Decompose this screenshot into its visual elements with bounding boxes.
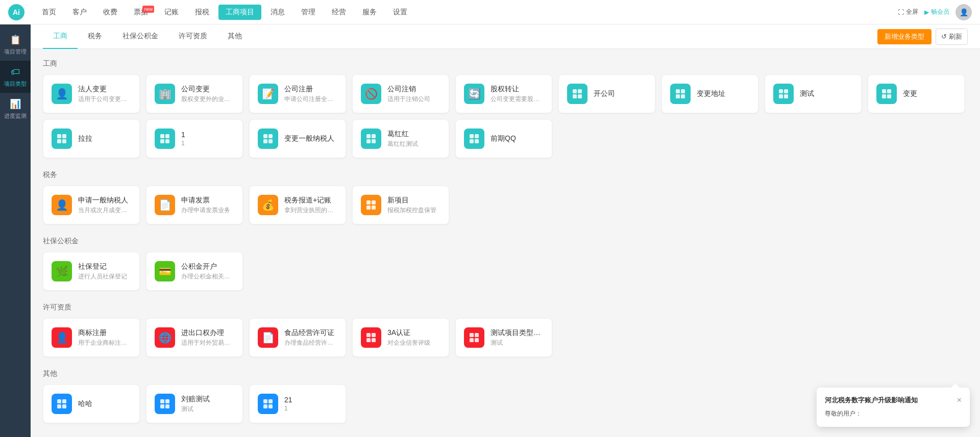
card-gehonghong[interactable]: 葛红红葛红红测试 <box>352 119 449 158</box>
svg-rect-58 <box>263 404 267 408</box>
card-title-fund-open: 公积金开户 <box>181 262 234 271</box>
card-info-equity-transfer: 股权转让公司变更需要股权转让 <box>491 85 544 104</box>
card-desc-equity-transfer: 公司变更需要股权转让 <box>491 95 544 104</box>
card-trademark[interactable]: 👤商标注册用于企业商标注册服务 <box>43 318 140 357</box>
svg-rect-56 <box>263 399 267 403</box>
svg-rect-33 <box>475 134 479 138</box>
card-food-license[interactable]: 📄食品经营许可证办理食品经营许可证 <box>249 318 346 357</box>
nav-item-account[interactable]: 记账 <box>157 5 186 20</box>
svg-rect-16 <box>57 134 61 138</box>
card-lala[interactable]: 拉拉 <box>43 119 140 158</box>
svg-rect-14 <box>882 94 886 98</box>
card-icon-test <box>773 84 794 104</box>
card-desc-fund-open: 办理公积金相关业务 <box>181 272 234 281</box>
svg-rect-26 <box>263 139 267 143</box>
section-social: 社保公积金🌿社保登记进行人员社保登记💳公积金开户办理公积金相关业务 <box>43 237 968 291</box>
member-button[interactable]: ▶ 畅会员 <box>924 8 949 16</box>
card-title-liupei-test: 刘赔测试 <box>181 395 234 404</box>
sidebar-item-progress-monitor[interactable]: 📊 进度监测 <box>0 93 31 125</box>
top-navigation: Ai 首页客户收费票据new记账报税工商项目消息管理经营服务设置 ⛶ 全屏 ▶ … <box>0 0 980 24</box>
nav-item-service[interactable]: 服务 <box>355 5 384 20</box>
card-company-register[interactable]: 📝公司注册申请公司注册全流程 <box>249 74 346 113</box>
svg-rect-54 <box>160 404 164 408</box>
card-social-register[interactable]: 🌿社保登记进行人员社保登记 <box>43 252 140 291</box>
svg-rect-31 <box>372 139 376 143</box>
cards-grid-industry: 👤法人变更适用于公司变更法人🏢公司变更股权变更外的业务变更📝公司注册申请公司注册… <box>43 74 968 158</box>
card-info-apply-taxpayer: 申请一般纳税人当月或次月成变更完成 <box>78 196 131 215</box>
card-apply-taxpayer[interactable]: 👤申请一般纳税人当月或次月成变更完成 <box>43 186 140 224</box>
svg-rect-17 <box>62 134 66 138</box>
svg-rect-43 <box>372 338 376 342</box>
card-equity-transfer[interactable]: 🔄股权转让公司变更需要股权转让 <box>455 74 552 113</box>
nav-item-message[interactable]: 消息 <box>263 5 292 20</box>
card-import-export[interactable]: 🌐进出口权办理适用于对外贸易经营者 <box>146 318 243 357</box>
svg-rect-5 <box>681 89 685 93</box>
sidebar-item-label: 进度监测 <box>4 112 27 120</box>
sub-tab-tax[interactable]: 税务 <box>78 24 112 49</box>
svg-rect-47 <box>475 338 479 342</box>
card-liupei-test[interactable]: 刘赔测试测试 <box>146 384 243 423</box>
card-desc-social-register: 进行人员社保登记 <box>78 272 131 281</box>
sub-tab-social[interactable]: 社保公积金 <box>112 24 168 49</box>
card-change-taxpayer[interactable]: 变更一般纳税人 <box>249 119 346 158</box>
sidebar-item-project-type[interactable]: 🏷 项目类型 <box>0 61 31 93</box>
nav-item-client[interactable]: 客户 <box>65 5 94 20</box>
card-desc-legal-change: 适用于公司变更法人 <box>78 95 131 104</box>
new-type-button[interactable]: 新增业务类型 <box>877 29 932 44</box>
sub-tab-other[interactable]: 其他 <box>217 24 252 49</box>
card-twenty-one[interactable]: 211 <box>249 384 346 423</box>
card-test-type[interactable]: 测试项目类型目定义测试 <box>455 318 552 357</box>
card-info-new-project: 新项目报税加税控盘保管 <box>387 196 440 215</box>
svg-rect-13 <box>887 89 891 93</box>
notification-header: 河北税务数字账户升级影响通知 × <box>825 396 962 405</box>
card-3a-cert[interactable]: 3A认证对企业信誉评级 <box>352 318 449 357</box>
card-icon-one <box>155 128 175 149</box>
notification-title: 河北税务数字账户升级影响通知 <box>825 396 918 405</box>
card-change[interactable]: 变更 <box>868 74 965 113</box>
card-new-project[interactable]: 新项目报税加税控盘保管 <box>352 186 449 224</box>
card-test[interactable]: 测试 <box>765 74 862 113</box>
card-open-company[interactable]: 开公司 <box>558 74 655 113</box>
card-haha[interactable]: 哈哈 <box>43 384 140 423</box>
cards-grid-social: 🌿社保登记进行人员社保登记💳公积金开户办理公积金相关业务 <box>43 252 968 291</box>
nav-item-setting[interactable]: 设置 <box>386 5 414 20</box>
card-info-import-export: 进出口权办理适用于对外贸易经营者 <box>181 328 234 347</box>
card-title-3a-cert: 3A认证 <box>387 328 440 338</box>
card-title-company-register: 公司注册 <box>284 85 337 94</box>
section-title-license: 许可资质 <box>43 303 968 312</box>
card-company-cancel[interactable]: 🚫公司注销适用于注销公司 <box>352 74 449 113</box>
nav-item-ticket[interactable]: 票据new <box>127 5 155 20</box>
nav-item-tax[interactable]: 报税 <box>188 5 216 20</box>
card-title-equity-transfer: 股权转让 <box>491 85 544 94</box>
nav-item-manage[interactable]: 管理 <box>294 5 323 20</box>
nav-item-industry[interactable]: 工商项目 <box>218 5 261 20</box>
card-legal-change[interactable]: 👤法人变更适用于公司变更法人 <box>43 74 140 113</box>
sub-tab-license[interactable]: 许可资质 <box>168 24 217 49</box>
nav-item-operate[interactable]: 经营 <box>325 5 353 20</box>
nav-item-home[interactable]: 首页 <box>35 5 63 20</box>
avatar[interactable]: 👤 <box>955 4 972 20</box>
fullscreen-button[interactable]: ⛶ 全屏 <box>898 8 918 16</box>
notification-close-icon[interactable]: × <box>957 396 962 405</box>
card-title-test-type: 测试项目类型目定义 <box>491 328 544 338</box>
card-company-change[interactable]: 🏢公司变更股权变更外的业务变更 <box>146 74 243 113</box>
card-change-address[interactable]: 变更地址 <box>662 74 758 113</box>
refresh-button[interactable]: ↺ 刷新 <box>936 29 968 45</box>
card-tax-report-account[interactable]: 💰税务报道+记账拿到营业执照的新公司 <box>249 186 346 224</box>
sidebar-item-project-manage[interactable]: 📋 项目管理 <box>0 29 31 61</box>
card-apply-invoice[interactable]: 📄申请发票办理申请发票业务 <box>146 186 243 224</box>
card-icon-gehonghong <box>361 128 381 149</box>
nav-item-fee[interactable]: 收费 <box>96 5 125 20</box>
card-info-3a-cert: 3A认证对企业信誉评级 <box>387 328 440 347</box>
card-pre-qq[interactable]: 前期QQ <box>455 119 552 158</box>
content-area: 工商👤法人变更适用于公司变更法人🏢公司变更股权变更外的业务变更📝公司注册申请公司… <box>31 49 980 437</box>
svg-rect-32 <box>470 134 474 138</box>
card-title-social-register: 社保登记 <box>78 262 131 271</box>
card-fund-open[interactable]: 💳公积金开户办理公积金相关业务 <box>146 252 243 291</box>
sub-tab-industry[interactable]: 工商 <box>43 24 78 49</box>
card-icon-import-export: 🌐 <box>155 327 175 348</box>
card-info-one: 11 <box>181 131 234 147</box>
card-info-company-register: 公司注册申请公司注册全流程 <box>284 85 337 104</box>
card-icon-company-change: 🏢 <box>155 84 175 104</box>
card-one[interactable]: 11 <box>146 119 243 158</box>
